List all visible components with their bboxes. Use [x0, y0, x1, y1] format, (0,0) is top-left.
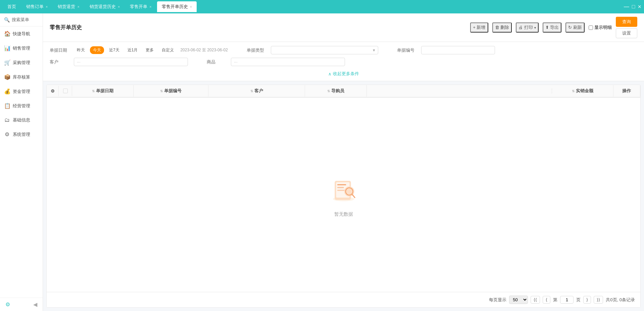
per-page-label: 每页显示 — [489, 297, 506, 303]
next-page-btn[interactable]: ⟩ — [583, 296, 591, 304]
table-header: ⚙ ⇅ 单据日期 ⇅ 单据编号 ⇅ 客户 ⇅ — [47, 85, 640, 98]
toolbar: + 新增 🗑 删除 🖨 打印 ▾ ⬆ 导出 ↻ 刷新 显示明细 — [470, 17, 637, 38]
sidebar-item-purchase-mgmt[interactable]: 🛒 采购管理 — [0, 55, 43, 70]
svg-rect-5 — [337, 190, 345, 191]
cart-icon: 🛒 — [4, 59, 10, 66]
select-all-checkbox[interactable] — [63, 89, 68, 93]
svg-rect-3 — [337, 184, 346, 185]
query-button[interactable]: 查询 — [616, 17, 637, 27]
add-button[interactable]: + 新增 — [470, 22, 488, 33]
sort-icon[interactable]: ⇅ — [92, 89, 95, 93]
th-checkbox — [59, 86, 72, 96]
th-settings[interactable]: ⚙ — [47, 86, 59, 96]
th-amount: ⇅ 实销金额 — [552, 85, 613, 97]
gear-icon: ⚙ — [4, 131, 10, 138]
pagination: 每页显示 50 100 200 ⟨⟨ ⟨ 第 页 ⟩ ⟩⟩ 共0页, 0条记录 — [47, 292, 640, 307]
tab-sales-return-history[interactable]: 销货退货历史 × — [85, 1, 125, 12]
th-number: ⇅ 单据编号 — [134, 85, 208, 97]
sidebar-search[interactable]: 🔍 搜索菜单 — [0, 13, 43, 27]
sort-icon[interactable]: ⇅ — [327, 89, 330, 93]
svg-line-8 — [352, 194, 355, 198]
sort-icon[interactable]: ⇅ — [250, 89, 253, 93]
main-layout: 🔍 搜索菜单 🏠 快捷导航 📊 销售管理 🛒 采购管理 📦 库存核算 💰 资金管… — [0, 13, 644, 311]
date-filters: 昨天 今天 近7天 近1月 更多 自定义 2023-06-02 至 2023-0… — [74, 46, 228, 54]
sidebar-settings-icon[interactable]: ⚙ — [5, 301, 10, 308]
first-page-btn[interactable]: ⟨⟨ — [531, 296, 540, 304]
date-btn-last1m[interactable]: 近1月 — [125, 46, 141, 54]
box-icon: 📦 — [4, 74, 10, 80]
doc-num-input[interactable] — [421, 46, 495, 54]
sidebar-item-finance[interactable]: 💰 资金管理 — [0, 84, 43, 99]
clipboard-icon: 📋 — [4, 103, 10, 109]
sidebar-search-label: 搜索菜单 — [12, 17, 29, 23]
date-btn-yesterday[interactable]: 昨天 — [74, 46, 88, 54]
print-button[interactable]: 🖨 打印 ▾ — [516, 22, 539, 33]
page-title: 零售开单历史 — [50, 24, 82, 31]
window-controls: — □ × — [624, 3, 641, 10]
settings-button[interactable]: 设置 — [616, 28, 637, 38]
th-action: 操作 — [613, 85, 640, 97]
th-middle — [367, 88, 552, 94]
product-input[interactable]: ··· — [231, 58, 345, 66]
total-info: 共0页, 0条记录 — [606, 297, 635, 303]
prev-page-btn[interactable]: ⟨ — [543, 296, 550, 304]
sort-icon[interactable]: ⇅ — [160, 89, 163, 93]
filter-row-1: 单据日期 昨天 今天 近7天 近1月 更多 自定义 2023-06-02 至 2… — [50, 46, 637, 54]
display-detail-checkbox[interactable]: 显示明细 — [589, 24, 612, 31]
tab-sales-return[interactable]: 销货退货 × — [53, 1, 84, 12]
doc-type-select[interactable]: ▾ — [271, 46, 378, 54]
th-customer: ⇅ 客户 — [208, 85, 305, 97]
sidebar-item-quick-nav[interactable]: 🏠 快捷导航 — [0, 27, 43, 41]
delete-button[interactable]: 🗑 删除 — [492, 22, 512, 33]
collapse-btn[interactable]: ∧ 收起更多条件 — [328, 71, 359, 77]
money-icon: 💰 — [4, 88, 10, 95]
page-input[interactable] — [560, 296, 574, 304]
folder-icon: 🗂 — [4, 117, 10, 123]
filter-area: 单据日期 昨天 今天 近7天 近1月 更多 自定义 2023-06-02 至 2… — [43, 42, 644, 81]
home-icon: 🏠 — [4, 31, 10, 37]
close-tab-sales-return-history[interactable]: × — [118, 5, 120, 9]
close-tab-retail-open-history[interactable]: × — [190, 5, 192, 9]
export-button[interactable]: ⬆ 导出 — [543, 22, 562, 33]
collapse-row: ∧ 收起更多条件 — [50, 69, 637, 77]
search-icon: 🔍 — [4, 17, 10, 22]
date-btn-last7[interactable]: 近7天 — [106, 46, 122, 54]
sidebar-item-system[interactable]: ⚙ 系统管理 — [0, 127, 43, 142]
sidebar-item-inventory[interactable]: 📦 库存核算 — [0, 70, 43, 84]
table-container: ⚙ ⇅ 单据日期 ⇅ 单据编号 ⇅ 客户 ⇅ — [46, 85, 641, 308]
filter-row-2: 客户 ··· 商品 ··· — [50, 58, 637, 66]
sidebar-bottom: ⚙ ◀ — [0, 298, 43, 311]
tab-sales-order[interactable]: 销售订单 × — [21, 1, 52, 12]
sidebar-item-sales-mgmt[interactable]: 📊 销售管理 — [0, 41, 43, 55]
date-range-display: 2023-06-02 至 2023-06-02 — [180, 47, 228, 53]
tab-retail-open[interactable]: 零售开单 × — [125, 1, 156, 12]
content-area: 零售开单历史 + 新增 🗑 删除 🖨 打印 ▾ ⬆ 导出 ↻ 刷新 — [43, 13, 644, 311]
chart-icon: 📊 — [4, 45, 10, 51]
window-close-btn[interactable]: × — [638, 3, 641, 10]
date-btn-more[interactable]: 更多 — [143, 46, 157, 54]
sidebar-collapse-icon[interactable]: ◀ — [33, 301, 37, 308]
sidebar-item-operations[interactable]: 📋 经营管理 — [0, 99, 43, 113]
sidebar-item-base-info[interactable]: 🗂 基础信息 — [0, 113, 43, 127]
close-tab-sales-return[interactable]: × — [77, 5, 79, 9]
chevron-down-icon: ▾ — [373, 48, 375, 53]
tab-home[interactable]: 首页 — [3, 1, 21, 12]
close-tab-retail-open[interactable]: × — [149, 5, 151, 9]
svg-rect-4 — [337, 187, 344, 188]
window-max-btn[interactable]: □ — [632, 4, 635, 10]
window-min-btn[interactable]: — — [624, 4, 629, 10]
customer-input[interactable]: ··· — [74, 58, 188, 66]
empty-text: 暂无数据 — [334, 211, 353, 217]
last-page-btn[interactable]: ⟩⟩ — [594, 296, 603, 304]
table-settings-icon[interactable]: ⚙ — [51, 89, 55, 94]
refresh-button[interactable]: ↻ 刷新 — [565, 22, 585, 33]
th-date: ⇅ 单据日期 — [72, 85, 134, 97]
doc-type-label: 单据类型 — [247, 47, 265, 53]
tab-retail-open-history[interactable]: 零售开单历史 × — [157, 1, 197, 12]
date-btn-custom[interactable]: 自定义 — [159, 46, 177, 54]
close-tab-sales-order[interactable]: × — [46, 5, 48, 9]
date-btn-today[interactable]: 今天 — [90, 46, 104, 54]
per-page-select[interactable]: 50 100 200 — [509, 296, 528, 304]
empty-illustration — [327, 172, 360, 206]
sort-icon[interactable]: ⇅ — [572, 89, 575, 93]
